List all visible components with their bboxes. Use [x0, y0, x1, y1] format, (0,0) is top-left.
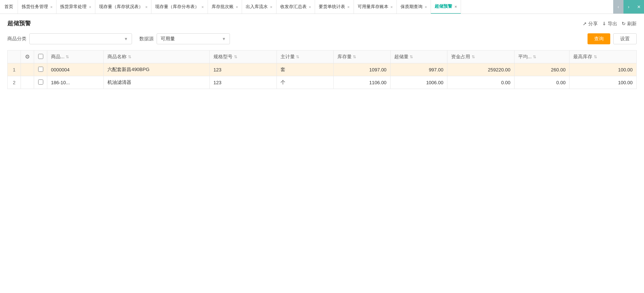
nav-close-btn[interactable]: ✕: [634, 0, 644, 14]
cell-spec-1: 123: [209, 76, 277, 89]
page-container: 超储预警 ➚ 分享 ⇓ 导出 ↻ 刷新 商品分类 ▼ 数据源: [0, 14, 644, 293]
cell-capital-0: 259220.00: [447, 63, 514, 76]
cell-avg-1: 0.00: [514, 76, 569, 89]
nav-tab-close-icon[interactable]: ×: [425, 5, 427, 9]
nav-next-btn[interactable]: ›: [623, 0, 634, 14]
share-btn[interactable]: ➚ 分享: [583, 21, 598, 27]
table-header-row: ⚙商品... 商品名称 规格型号 主计量 库存量 超储量 资金占用 平均... …: [8, 51, 637, 63]
nav-tab-label: 要货单统计表: [319, 4, 345, 10]
top-nav: 首页 拣货任务管理×拣货异常处理×现存量（库存状况表）×现存量（库存分布表）×库…: [0, 0, 644, 14]
col-header-product_code[interactable]: 商品...: [47, 51, 104, 63]
datasource-value: 可用量: [161, 36, 175, 42]
toolbar-right: ➚ 分享 ⇓ 导出 ↻ 刷新: [583, 21, 637, 27]
nav-tab-tab-order-count[interactable]: 要货单统计表×: [315, 0, 354, 14]
nav-tab-tab-preheat-task[interactable]: 拣货任务管理×: [18, 0, 56, 14]
nav-tab-label: 拣货任务管理: [22, 4, 48, 10]
nav-tab-tab-overstock[interactable]: 超储预警×: [431, 0, 461, 14]
sort-icon-avg: [533, 54, 536, 59]
datasource-filter: 数据源 可用量 ▼: [139, 33, 230, 44]
nav-tab-label: 收发存汇总表: [280, 4, 307, 10]
page-title-row: 超储预警 ➚ 分享 ⇓ 导出 ↻ 刷新: [7, 20, 637, 27]
gear-icon[interactable]: ⚙: [25, 53, 30, 60]
filter-row: 商品分类 ▼ 数据源 可用量 ▼ 查询 设置: [7, 33, 637, 44]
nav-tab-close-icon[interactable]: ×: [145, 5, 147, 9]
col-header-capital[interactable]: 资金占用: [447, 51, 514, 63]
page-title: 超储预警: [7, 20, 31, 27]
refresh-btn[interactable]: ↻ 刷新: [622, 21, 637, 27]
cell-max_inventory-1: 100.00: [570, 76, 637, 89]
nav-tab-tab-inout-flow[interactable]: 出入库流水×: [242, 0, 276, 14]
nav-tab-close-icon[interactable]: ×: [309, 5, 311, 9]
share-icon: ➚: [583, 21, 587, 26]
nav-tab-tab-available-account[interactable]: 可用量库存账本×: [354, 0, 397, 14]
cell-product_name-0: 六配套新昌490BPG: [104, 63, 210, 76]
col-header-overstock[interactable]: 超储量: [390, 51, 447, 63]
col-header-spec[interactable]: 规格型号: [209, 51, 277, 63]
col-header-product_name[interactable]: 商品名称: [104, 51, 210, 63]
col-label-unit: 主计量: [281, 54, 295, 59]
table-row[interactable]: 10000004六配套新昌490BPG123套1097.00997.002592…: [8, 63, 637, 76]
nav-tab-close-icon[interactable]: ×: [270, 5, 272, 9]
col-label-avg: 平均...: [518, 54, 532, 59]
sort-icon-product_code: [66, 54, 69, 59]
col-header-avg[interactable]: 平均...: [514, 51, 569, 63]
sort-icon-capital: [472, 54, 475, 59]
nav-tab-label: 库存批次账: [212, 4, 234, 10]
nav-home[interactable]: 首页: [0, 0, 18, 14]
sort-icon-max_inventory: [594, 54, 597, 59]
nav-tab-label: 现存量（库存状况表）: [99, 4, 143, 10]
nav-tab-label: 保质期查询: [400, 4, 422, 10]
share-label: 分享: [588, 21, 598, 27]
cell-overstock-0: 997.00: [390, 63, 447, 76]
sort-icon-product_name: [128, 54, 131, 59]
col-header-inventory[interactable]: 库存量: [333, 51, 390, 63]
row-num-0: 1: [8, 63, 21, 76]
table-row[interactable]: 2186-10...机油滤清器123个1106.001006.000.000.0…: [8, 76, 637, 89]
col-header-rownum: [8, 51, 21, 63]
row-checkbox-1[interactable]: [34, 76, 47, 89]
nav-tab-tab-expiry[interactable]: 保质期查询×: [397, 0, 431, 14]
nav-tab-close-icon[interactable]: ×: [391, 5, 393, 9]
col-header-max_inventory[interactable]: 最高库存: [570, 51, 637, 63]
col-header-checkbox: [34, 51, 47, 63]
col-header-unit[interactable]: 主计量: [277, 51, 333, 63]
row-check-0[interactable]: [38, 67, 43, 72]
cell-product_code-1: 186-10...: [47, 76, 104, 89]
col-label-inventory: 库存量: [337, 54, 352, 59]
col-label-product_name: 商品名称: [107, 54, 127, 59]
row-settings-0: [21, 63, 34, 76]
export-icon: ⇓: [602, 21, 606, 26]
col-label-capital: 资金占用: [451, 54, 470, 59]
sort-icon-inventory: [353, 54, 356, 59]
row-checkbox-0[interactable]: [34, 63, 47, 76]
nav-tab-close-icon[interactable]: ×: [454, 4, 457, 9]
category-select[interactable]: ▼: [29, 33, 132, 44]
category-label: 商品分类: [7, 36, 26, 42]
cell-overstock-1: 1006.00: [390, 76, 447, 89]
sort-icon-overstock: [410, 54, 413, 59]
nav-tab-tab-preheat-abnormal[interactable]: 拣货异常处理×: [56, 0, 95, 14]
settings-button[interactable]: 设置: [613, 33, 637, 44]
nav-tab-tab-inventory-status[interactable]: 现存量（库存状况表）×: [95, 0, 151, 14]
cell-spec-0: 123: [209, 63, 277, 76]
nav-prev-btn[interactable]: ‹: [613, 0, 623, 14]
query-button[interactable]: 查询: [588, 33, 610, 44]
datasource-label: 数据源: [139, 36, 154, 42]
col-header-settings: ⚙: [21, 51, 34, 63]
row-check-1[interactable]: [38, 79, 43, 85]
export-btn[interactable]: ⇓ 导出: [602, 21, 617, 27]
datasource-select[interactable]: 可用量 ▼: [157, 33, 230, 44]
nav-tab-tab-batch[interactable]: 库存批次账×: [208, 0, 242, 14]
cell-capital-1: 0.00: [447, 76, 514, 89]
nav-tab-tab-inventory-dist[interactable]: 现存量（库存分布表）×: [151, 0, 208, 14]
nav-tab-label: 超储预警: [435, 3, 452, 10]
nav-tab-close-icon[interactable]: ×: [347, 5, 350, 9]
nav-tab-close-icon[interactable]: ×: [201, 5, 204, 9]
cell-avg-0: 260.00: [514, 63, 569, 76]
select-all-checkbox[interactable]: [38, 54, 43, 59]
cell-product_name-1: 机油滤清器: [104, 76, 210, 89]
nav-tab-close-icon[interactable]: ×: [89, 5, 91, 9]
nav-tab-close-icon[interactable]: ×: [50, 5, 52, 9]
nav-tab-close-icon[interactable]: ×: [236, 5, 238, 9]
nav-tab-tab-collect-total[interactable]: 收发存汇总表×: [277, 0, 315, 14]
